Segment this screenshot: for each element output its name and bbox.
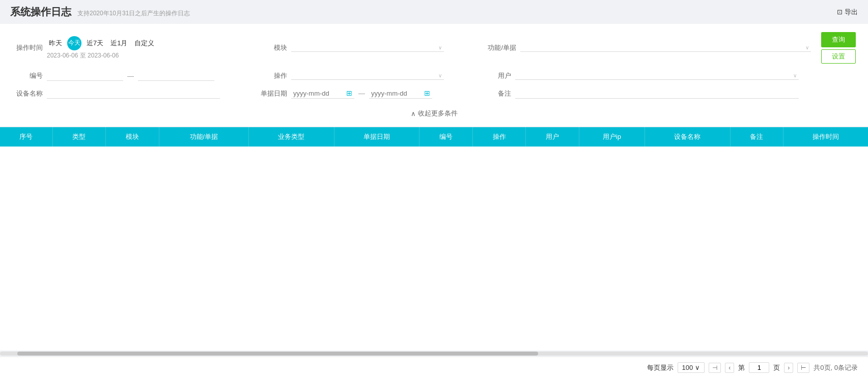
func-filter-section: 功能/单据 ∨	[481, 43, 811, 52]
collapse-button[interactable]: ∧ 收起更多条件	[411, 109, 458, 118]
col-device: 设备名称	[645, 127, 730, 147]
col-number: 编号	[419, 127, 472, 147]
number-separator: —	[127, 72, 134, 80]
col-type: 类型	[52, 127, 105, 147]
date-end-input: ⊞	[369, 88, 432, 99]
page-size-label: 每页显示	[647, 363, 674, 372]
operation-chevron-icon: ∨	[438, 73, 442, 78]
collapse-row: ∧ 收起更多条件	[12, 106, 856, 118]
device-label: 设备名称	[12, 89, 43, 98]
module-label: 模块	[257, 43, 287, 52]
date-separator: —	[358, 90, 365, 97]
title-group: 系统操作日志 支持2020年10月31日之后产生的操作日志	[10, 5, 190, 19]
module-filter-section: 模块 ∨	[257, 43, 470, 52]
table-header-row: 序号 类型 模块 功能/单据 业务类型 单据日期 编号 操作 用户 用户ip 设…	[0, 127, 868, 147]
device-input[interactable]	[47, 89, 220, 99]
user-filter-section: 用户 ∨	[481, 71, 799, 80]
page-label: 第	[738, 363, 745, 372]
last-page-button[interactable]: ⊢	[797, 363, 809, 373]
operation-label: 操作	[257, 71, 287, 80]
time-filter-section: 操作时间 昨天 今天 近7天 近1月 自定义 2023-06-06 至 2023…	[12, 36, 246, 60]
col-doc-date: 单据日期	[334, 127, 419, 147]
filter-row-2: 编号 — 操作 ∨ 用户 ∨	[12, 71, 856, 81]
operation-select[interactable]: ∨	[291, 72, 444, 80]
page-size-select[interactable]: 100 ∨	[678, 362, 705, 373]
col-op-time: 操作时间	[783, 127, 868, 147]
number-input-end[interactable]	[138, 71, 214, 81]
time-btn-today[interactable]: 今天	[67, 36, 81, 50]
page-size-chevron-icon: ∨	[695, 364, 700, 371]
time-range-display: 2023-06-06 至 2023-06-06	[47, 51, 156, 60]
scrollbar-thumb[interactable]	[17, 352, 538, 356]
col-biz-type: 业务类型	[249, 127, 334, 147]
collapse-label: 收起更多条件	[418, 109, 458, 118]
col-user-ip: 用户ip	[579, 127, 645, 147]
date-start-field[interactable]	[293, 90, 344, 97]
doc-date-label: 单据日期	[257, 89, 287, 98]
filter-row-3: 设备名称 单据日期 ⊞ — ⊞ 备注	[12, 88, 856, 99]
page-header: 系统操作日志 支持2020年10月31日之后产生的操作日志 ⊡ 导出	[0, 0, 868, 24]
user-label: 用户	[481, 71, 511, 80]
date-start-input: ⊞	[291, 88, 354, 99]
time-buttons: 昨天 今天 近7天 近1月 自定义	[47, 36, 156, 50]
func-label: 功能/单据	[481, 43, 516, 52]
remark-filter-section: 备注	[481, 89, 799, 99]
doc-date-filter-section: 单据日期 ⊞ — ⊞	[257, 88, 470, 99]
col-module: 模块	[106, 127, 159, 147]
number-filter-section: 编号 —	[12, 71, 246, 81]
pagination: 每页显示 100 ∨ ⊣ ‹ 第 页 › ⊢ 共0页, 0条记录	[0, 357, 868, 378]
remark-label: 备注	[481, 89, 511, 98]
page-size-value: 100	[682, 364, 693, 371]
table-container: 序号 类型 模块 功能/单据 业务类型 单据日期 编号 操作 用户 用户ip 设…	[0, 127, 868, 351]
filter-area: 操作时间 昨天 今天 近7天 近1月 自定义 2023-06-06 至 2023…	[0, 24, 868, 126]
module-chevron-icon: ∨	[438, 45, 442, 50]
data-table: 序号 类型 模块 功能/单据 业务类型 单据日期 编号 操作 用户 用户ip 设…	[0, 127, 868, 147]
export-button[interactable]: ⊡ 导出	[837, 8, 858, 17]
prev-page-button[interactable]: ‹	[725, 363, 734, 373]
filter-row-1: 操作时间 昨天 今天 近7天 近1月 自定义 2023-06-06 至 2023…	[12, 32, 856, 64]
time-filter: 昨天 今天 近7天 近1月 自定义 2023-06-06 至 2023-06-0…	[47, 36, 156, 60]
time-btn-yesterday[interactable]: 昨天	[47, 38, 64, 49]
operation-filter-section: 操作 ∨	[257, 71, 470, 80]
query-button[interactable]: 查询	[821, 32, 856, 47]
col-operation: 操作	[472, 127, 525, 147]
page-subtitle: 支持2020年10月31日之后产生的操作日志	[77, 9, 190, 18]
page-number-input[interactable]	[749, 362, 769, 373]
module-select[interactable]: ∨	[291, 44, 444, 52]
settings-button[interactable]: 设置	[821, 49, 856, 64]
collapse-icon: ∧	[411, 110, 416, 118]
next-page-button[interactable]: ›	[784, 363, 793, 373]
page-title: 系统操作日志	[10, 5, 71, 19]
calendar-start-icon[interactable]: ⊞	[346, 89, 352, 97]
user-chevron-icon: ∨	[793, 73, 797, 78]
time-label: 操作时间	[12, 43, 43, 52]
first-page-button[interactable]: ⊣	[709, 363, 721, 373]
user-select[interactable]: ∨	[515, 72, 799, 80]
number-label: 编号	[12, 71, 43, 80]
time-btn-custom[interactable]: 自定义	[132, 38, 156, 49]
time-btn-1month[interactable]: 近1月	[108, 38, 129, 49]
total-info: 共0页, 0条记录	[814, 363, 858, 372]
calendar-end-icon[interactable]: ⊞	[424, 89, 430, 97]
col-user: 用户	[526, 127, 579, 147]
export-icon: ⊡	[837, 8, 843, 16]
col-remark: 备注	[730, 127, 783, 147]
time-btn-7days[interactable]: 近7天	[85, 38, 105, 49]
page-unit: 页	[773, 363, 780, 372]
device-filter-section: 设备名称	[12, 89, 246, 99]
func-select[interactable]: ∨	[520, 44, 811, 52]
action-buttons: 查询 设置	[821, 32, 856, 64]
date-end-field[interactable]	[371, 90, 422, 97]
scrollbar-track[interactable]	[0, 352, 868, 356]
number-input-start[interactable]	[47, 71, 123, 81]
col-index: 序号	[0, 127, 52, 147]
remark-input[interactable]	[515, 89, 799, 99]
scrollbar-area[interactable]	[0, 351, 868, 357]
page-container: 系统操作日志 支持2020年10月31日之后产生的操作日志 ⊡ 导出 操作时间 …	[0, 0, 868, 378]
func-chevron-icon: ∨	[805, 45, 809, 50]
col-func: 功能/单据	[159, 127, 248, 147]
export-label: 导出	[845, 8, 858, 17]
